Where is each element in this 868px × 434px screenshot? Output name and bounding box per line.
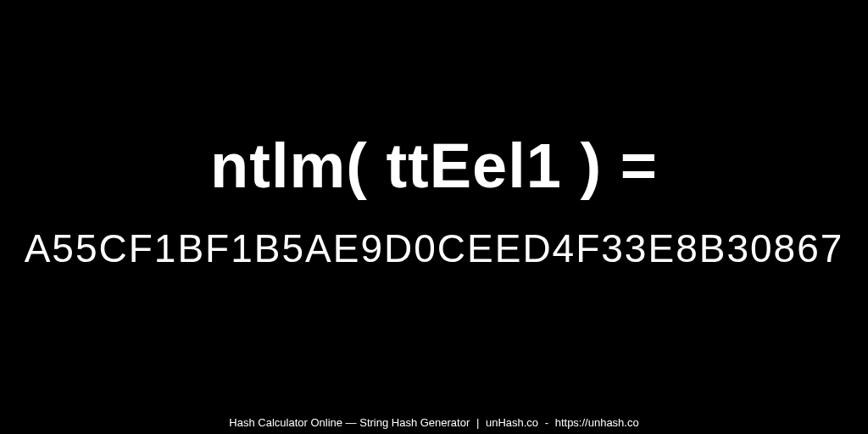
hash-expression: ntlm( ttEel1 ) = (210, 130, 658, 202)
footer-url: https://unhash.co (555, 416, 639, 429)
footer-separator: - (545, 416, 548, 429)
footer-site-name: unHash.co (486, 416, 538, 429)
footer-title: Hash Calculator Online — String Hash Gen… (229, 416, 470, 429)
main-content: ntlm( ttEel1 ) = A55CF1BF1B5AE9D0CEED4F3… (0, 0, 868, 434)
footer: Hash Calculator Online — String Hash Gen… (0, 416, 868, 429)
hash-output: A55CF1BF1B5AE9D0CEED4F33E8B30867 (25, 225, 844, 271)
footer-separator: | (476, 416, 479, 429)
